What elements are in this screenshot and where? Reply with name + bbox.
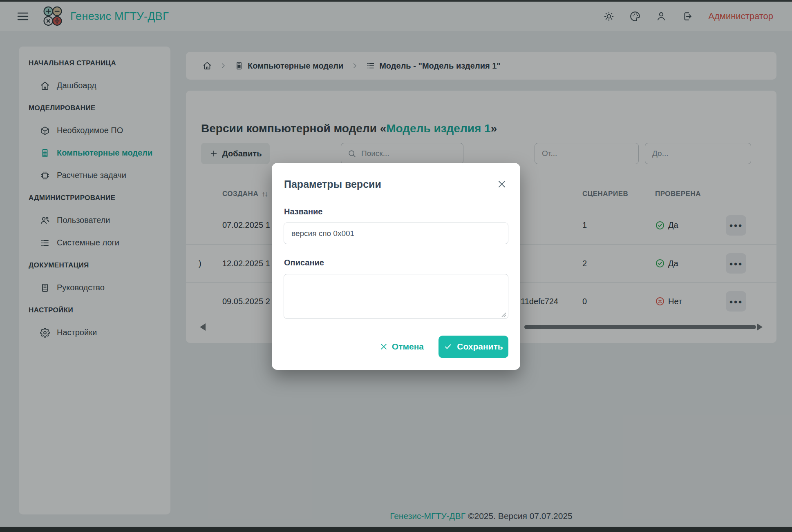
cancel-button-label: Отмена: [392, 342, 424, 352]
save-button[interactable]: Сохранить: [439, 336, 508, 358]
version-parameters-modal: Параметры версии Название Описание Отмен…: [272, 163, 520, 370]
save-button-label: Сохранить: [457, 342, 503, 352]
modal-title: Параметры версии: [284, 178, 381, 190]
cancel-button[interactable]: Отмена: [377, 341, 426, 352]
name-field-label: Название: [284, 207, 322, 216]
version-description-textarea[interactable]: [284, 274, 508, 319]
x-icon: [380, 343, 388, 351]
close-icon: [497, 179, 507, 189]
modal-close-button[interactable]: [496, 178, 508, 191]
modal-actions: Отмена Сохранить: [377, 335, 508, 358]
check-icon: [444, 343, 452, 351]
screen: Генезис МГТУ-ДВГ Администратор НАЧАЛЬНАЯ…: [0, 0, 792, 532]
description-field-label: Описание: [284, 258, 324, 267]
version-name-input[interactable]: [284, 223, 508, 244]
